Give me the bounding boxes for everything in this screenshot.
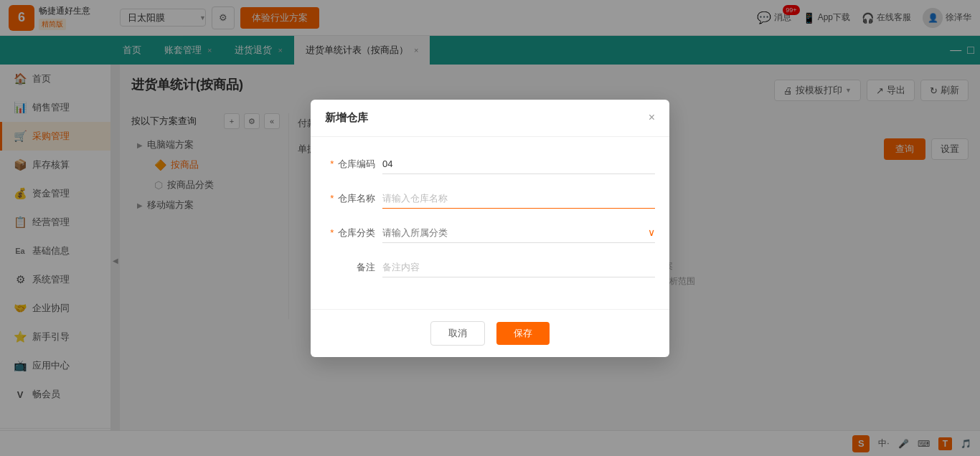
category-select-input[interactable] [382, 223, 648, 242]
form-label-name: * 仓库名称 [325, 192, 382, 205]
modal-overlay[interactable]: 新增仓库 × * 仓库编码 * 仓库名称 [0, 0, 980, 456]
warehouse-remark-input[interactable] [382, 257, 655, 277]
form-label-remark: 备注 [325, 261, 382, 274]
new-warehouse-modal: 新增仓库 × * 仓库编码 * 仓库名称 [311, 100, 669, 357]
required-mark-name: * [330, 193, 334, 204]
required-mark-code: * [330, 158, 334, 169]
form-row-remark: 备注 [325, 257, 655, 277]
form-label-category: * 仓库分类 [325, 227, 382, 239]
required-mark-category: * [330, 227, 334, 238]
cancel-button[interactable]: 取消 [430, 321, 485, 346]
category-dropdown-icon[interactable]: ∨ [648, 227, 655, 238]
warehouse-name-input[interactable] [382, 189, 655, 209]
modal-body: * 仓库编码 * 仓库名称 * 仓库分类 [311, 137, 669, 309]
warehouse-code-input[interactable] [382, 154, 655, 174]
form-row-name: * 仓库名称 [325, 189, 655, 209]
modal-header: 新增仓库 × [311, 100, 669, 137]
modal-close-button[interactable]: × [649, 111, 655, 124]
category-select-wrap[interactable]: ∨ [382, 223, 655, 243]
form-row-category: * 仓库分类 ∨ [325, 223, 655, 243]
modal-title: 新增仓库 [325, 111, 368, 125]
form-row-code: * 仓库编码 [325, 154, 655, 174]
modal-footer: 取消 保存 [311, 309, 669, 357]
save-button[interactable]: 保存 [496, 322, 550, 345]
form-label-code: * 仓库编码 [325, 158, 382, 171]
